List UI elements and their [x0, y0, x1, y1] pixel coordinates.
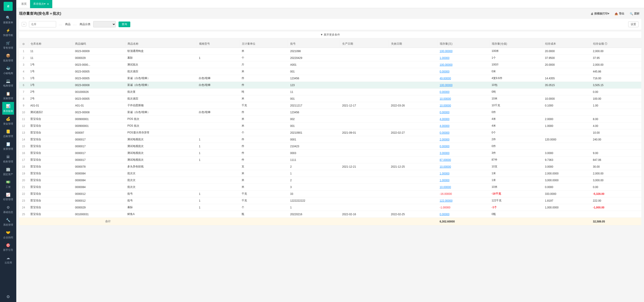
footer-unit-cost-total: [543, 218, 590, 225]
cell-unit-cost: 20.0000: [543, 48, 590, 55]
sidebar-item-16[interactable]: 🤝企业协同: [2, 228, 14, 241]
cell-qty-main[interactable]: 49.60000: [438, 75, 490, 82]
sidebar-item-17[interactable]: 🎯新手引导: [2, 241, 14, 254]
table-settings-btn[interactable]: 设置: [628, 22, 638, 27]
sidebar-item-18[interactable]: ☁云应用: [2, 254, 14, 266]
filter-expand-btn[interactable]: ›: [22, 22, 26, 27]
category-label: 商品分类: [80, 23, 90, 26]
sidebar-item-8[interactable]: 📒总账管理: [2, 127, 14, 140]
cell-qty-main[interactable]: 10.00000: [438, 95, 490, 102]
cell-code: 0000029: [73, 204, 125, 211]
cell-qty-main[interactable]: 87.00000: [438, 157, 490, 163]
cell-name: 测试电视批次: [125, 136, 196, 143]
sidebar-item-0[interactable]: ⚡快捷导航: [2, 26, 14, 39]
cell-code: 0000084: [73, 177, 125, 184]
cell-qty-main[interactable]: 122.00000: [438, 197, 490, 204]
sidebar-item-4[interactable]: 💻电商管理: [2, 77, 14, 89]
sidebar-item-2[interactable]: 📦批发管理: [2, 51, 14, 64]
sidebar-item-3[interactable]: 🐳小鲸电商: [2, 64, 14, 77]
settings-icon[interactable]: ⚙: [0, 291, 16, 302]
cell-qty-main[interactable]: 100.00000: [438, 61, 490, 68]
cell-total-cost: [590, 211, 641, 218]
cell-qty-main[interactable]: -1.00000: [438, 204, 490, 211]
cell-qty-stock: 0件: [489, 143, 543, 150]
cell-exp-date: 2022-03-26: [388, 102, 438, 109]
cell-prod-date: [340, 109, 389, 116]
sidebar-item-14[interactable]: ⚙基础信息: [2, 203, 14, 216]
cell-qty-main[interactable]: 0.00000: [438, 89, 490, 95]
cell-qty-main[interactable]: 0.00000: [438, 109, 490, 116]
cell-qty-main[interactable]: 4.00000: [438, 116, 490, 122]
cell-qty-main[interactable]: 0.00000: [438, 68, 490, 75]
cell-qty-main[interactable]: 2.00000: [438, 136, 490, 143]
cell-code: 0000017: [73, 157, 125, 163]
cell-name: 批次迷踪: [125, 68, 196, 75]
sidebar-icon-17: 🎯: [3, 243, 13, 248]
filter-btn[interactable]: 🔍 层析: [628, 11, 641, 17]
cell-unit: 个: [239, 55, 288, 61]
warehouse-input[interactable]: [29, 21, 56, 27]
sidebar-item-12[interactable]: 💵工资: [2, 178, 14, 191]
sidebar-item-15[interactable]: 🔧系统管理: [2, 216, 14, 229]
sidebar-icon-0: ⚡: [3, 28, 13, 33]
print-icon: 🖨: [590, 12, 593, 16]
sidebar-item-9[interactable]: 🧾发票管理: [2, 140, 14, 153]
cell-qty-main[interactable]: 4.00000: [438, 122, 490, 129]
sidebar-item-7[interactable]: 💰资金管理: [2, 115, 14, 127]
cell-unit: 件: [239, 143, 288, 150]
cell-qty-main[interactable]: 1.00000: [438, 55, 490, 61]
page-actions: 🖨 按模板打印▾ 📤 导出 🔍 层析: [589, 11, 641, 17]
cell-qty-main[interactable]: 100.00000: [438, 82, 490, 89]
cell-code: 000097: [73, 129, 125, 136]
cell-unit: 瓶: [239, 211, 288, 218]
cell-spec: [196, 68, 239, 75]
cell-qty-main[interactable]: 3.00000: [438, 150, 490, 157]
category-select[interactable]: [93, 21, 116, 27]
cell-spec: [196, 95, 239, 102]
sidebar-item-10[interactable]: 🏛税务管理: [2, 153, 14, 165]
sidebar-item-6[interactable]: 📊库存核算: [2, 102, 14, 115]
tab-0[interactable]: 首页: [18, 0, 30, 8]
table-row: 22 晋宝综合 0000012 批号 1 千克 33 -16.00000 -16…: [19, 191, 641, 197]
cell-qty-main[interactable]: 0.00000: [438, 129, 490, 136]
cell-exp-date: [388, 184, 438, 191]
cell-unit-cost: [543, 89, 590, 95]
cell-unit-cost: 3.0000: [543, 163, 590, 170]
tab-close-1[interactable]: ✕: [47, 3, 49, 6]
cell-prod-date: [340, 75, 389, 82]
cell-qty-main[interactable]: 10.00000: [438, 102, 490, 109]
sidebar-item-11[interactable]: 🏢固定资产: [2, 165, 14, 178]
cell-qty-main[interactable]: 1.00000: [438, 177, 490, 184]
cell-unit-cost: 0.0000: [543, 184, 590, 191]
cell-batch: 20211217: [288, 102, 340, 109]
cell-qty-main[interactable]: 100.00000: [438, 48, 490, 55]
cell-name: POS 批次: [125, 122, 196, 129]
table-row: 5 1号 0023-00005 富诚（白色/咬棒） 白色/咬棒 件 123456…: [19, 75, 641, 82]
cell-total-cost: 240.00: [590, 136, 641, 143]
cell-qty-main[interactable]: 10.00000: [438, 163, 490, 170]
cell-qty-main[interactable]: 0.00000: [438, 143, 490, 150]
cell-code: 0000084: [73, 184, 125, 191]
cell-qty-main[interactable]: -16.00000: [438, 191, 490, 197]
query-button[interactable]: 查询: [118, 22, 130, 27]
cell-index: 22: [19, 191, 28, 197]
cell-warehouse: 1号: [28, 75, 73, 82]
cell-unit-cost: 37.9500: [543, 55, 590, 61]
expand-conditions-btn[interactable]: ▼ 展开更多条件: [19, 32, 641, 38]
sidebar-item-search[interactable]: 🔍 搜索菜单: [0, 14, 16, 26]
tab-1[interactable]: 库存批次▾✕: [30, 0, 52, 8]
print-btn[interactable]: 🖨 按模板打印▾: [589, 11, 611, 17]
cell-qty-main[interactable]: 0.00000: [438, 211, 490, 218]
cell-batch: 0001: [288, 136, 340, 143]
sidebar-item-13[interactable]: 📈经管管理: [2, 191, 14, 203]
sidebar-icon-10: 🏛: [3, 155, 13, 160]
cell-code: 0023-0000...: [73, 61, 125, 68]
sidebar-item-5[interactable]: 📋采购管理: [2, 89, 14, 102]
export-btn[interactable]: 📤 导出: [613, 11, 626, 17]
cell-qty-main[interactable]: 1.00000: [438, 170, 490, 177]
cell-batch: 123456: [288, 109, 340, 116]
cell-qty-stock: 4笼9.6件: [489, 75, 543, 82]
sidebar-item-1[interactable]: 🛒零售管理: [2, 39, 14, 52]
cell-warehouse: 晋宝综合: [28, 150, 73, 157]
cell-qty-main[interactable]: 10.00000: [438, 184, 490, 191]
